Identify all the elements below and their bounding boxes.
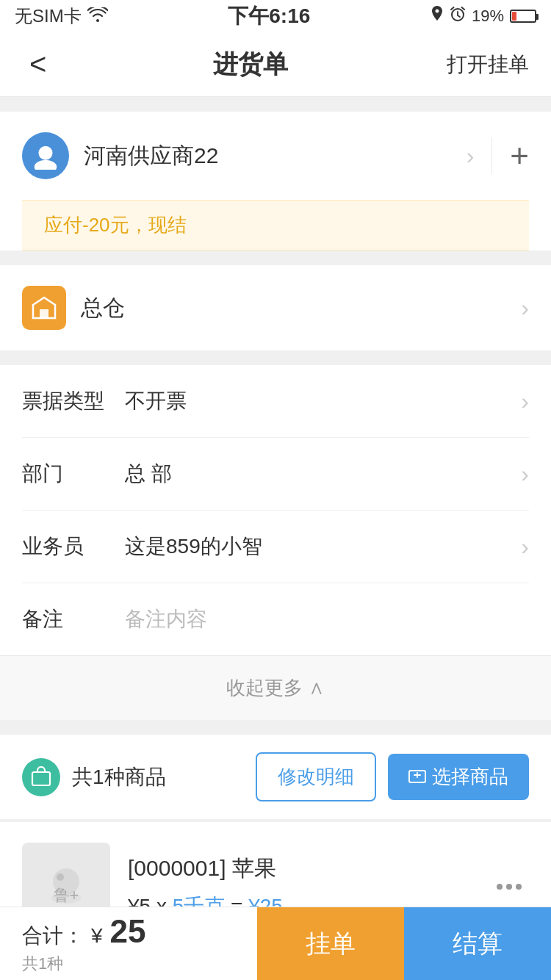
select-product-button[interactable]: 选择商品 — [388, 754, 529, 800]
payment-badge: 应付-20元，现结 — [22, 200, 529, 251]
svg-rect-4 — [32, 772, 50, 785]
total-amount: 25 — [110, 913, 146, 950]
department-chevron-icon: › — [521, 461, 529, 488]
collapse-row[interactable]: 收起更多 ∧ — [0, 655, 551, 720]
form-card: 票据类型 不开票 › 部门 总 部 › 业务员 这是859的小智 › 备注 备注… — [0, 365, 551, 655]
invoice-type-value: 不开票 — [125, 387, 521, 415]
products-header: 共1种商品 修改明细 选择商品 — [0, 735, 551, 820]
svg-point-1 — [39, 146, 53, 160]
edit-detail-button[interactable]: 修改明细 — [256, 752, 376, 801]
warehouse-chevron-icon: › — [521, 295, 529, 322]
alarm-icon — [450, 6, 466, 26]
remark-row[interactable]: 备注 备注内容 — [22, 583, 529, 655]
status-right: 19% — [431, 6, 536, 26]
hold-order-label: 挂单 — [306, 927, 356, 961]
add-button[interactable]: + — [491, 137, 529, 174]
main-content: 河南供应商22 › + 应付-20元，现结 总仓 › 票据类型 不开票 › — [0, 97, 551, 980]
remark-label: 备注 — [22, 605, 110, 633]
checkout-button[interactable]: 结算 — [404, 907, 551, 980]
svg-point-2 — [35, 160, 57, 170]
salesperson-value: 这是859的小智 — [125, 533, 521, 561]
department-label: 部门 — [22, 460, 110, 488]
supplier-name: 河南供应商22 — [84, 141, 467, 171]
status-time: 下午6:16 — [228, 2, 310, 30]
nav-bar: < 进货单 打开挂单 — [0, 32, 551, 97]
product-title: 苹果 — [232, 856, 276, 880]
svg-text:鲁+: 鲁+ — [54, 886, 79, 904]
carrier-text: 无SIM卡 — [15, 4, 82, 28]
divider-3 — [0, 350, 551, 365]
salesperson-row[interactable]: 业务员 这是859的小智 › — [22, 511, 529, 583]
products-count: 共1种商品 — [72, 763, 256, 791]
status-bar: 无SIM卡 下午6:16 19% — [0, 0, 551, 32]
total-prefix: ¥ — [91, 924, 103, 948]
invoice-type-label: 票据类型 — [22, 387, 110, 415]
department-value: 总 部 — [125, 460, 521, 488]
warehouse-row[interactable]: 总仓 › — [22, 265, 529, 350]
warehouse-icon — [22, 286, 66, 330]
total-label: 合计： — [22, 922, 84, 950]
salesperson-label: 业务员 — [22, 533, 110, 561]
divider-2 — [0, 251, 551, 265]
salesperson-chevron-icon: › — [521, 533, 529, 561]
select-product-label: 选择商品 — [432, 764, 508, 790]
department-row[interactable]: 部门 总 部 › — [22, 438, 529, 511]
product-name: [0000001] 苹果 — [128, 854, 489, 884]
total-line: 合计： ¥ 25 — [22, 913, 235, 950]
page-title: 进货单 — [213, 48, 288, 82]
invoice-chevron-icon: › — [521, 388, 529, 415]
three-dots-icon — [497, 884, 522, 890]
invoice-type-row[interactable]: 票据类型 不开票 › — [22, 365, 529, 438]
location-icon — [431, 6, 444, 26]
products-icon — [22, 758, 60, 796]
wifi-icon — [87, 6, 108, 26]
footer: 合计： ¥ 25 共1种 挂单 结算 — [0, 907, 551, 980]
divider-4 — [0, 720, 551, 735]
divider-1 — [0, 97, 551, 112]
remark-value[interactable]: 备注内容 — [125, 605, 529, 633]
supplier-card: 河南供应商22 › + 应付-20元，现结 — [0, 112, 551, 251]
total-sub: 共1种 — [22, 953, 235, 975]
supplier-row[interactable]: 河南供应商22 › + — [22, 112, 529, 200]
product-more-button[interactable] — [489, 876, 529, 897]
product-code: [0000001] — [128, 856, 226, 880]
supplier-avatar — [22, 132, 69, 179]
hold-order-button[interactable]: 挂单 — [257, 907, 404, 980]
back-button[interactable]: < — [22, 40, 54, 88]
footer-total: 合计： ¥ 25 共1种 — [0, 907, 257, 980]
battery-icon — [510, 10, 536, 23]
svg-point-7 — [57, 873, 64, 881]
warehouse-name: 总仓 — [81, 293, 521, 323]
open-pending-button[interactable]: 打开挂单 — [447, 51, 529, 79]
checkout-label: 结算 — [453, 927, 503, 961]
status-left: 无SIM卡 — [15, 4, 108, 28]
svg-rect-3 — [40, 309, 48, 318]
warehouse-card: 总仓 › — [0, 265, 551, 350]
chevron-right-icon: › — [467, 143, 475, 170]
battery-text: 19% — [472, 7, 504, 26]
